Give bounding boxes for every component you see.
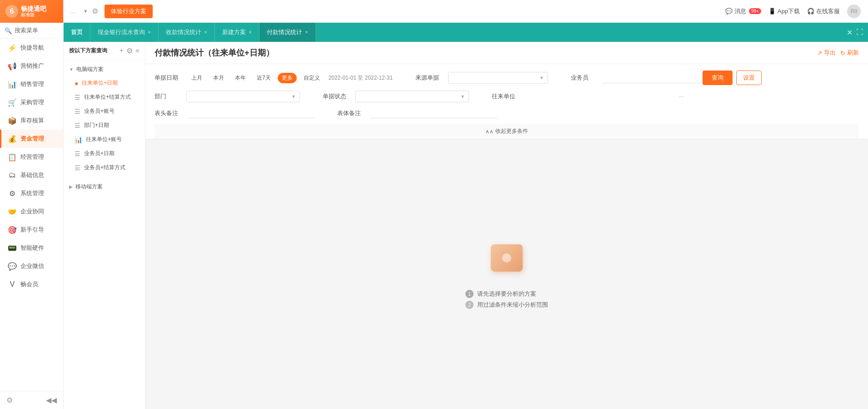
empty-tip-1: 1 请先选择要分析的方案 — [465, 290, 536, 298]
sidebar-icon-hardware: 📟 — [8, 243, 17, 252]
body-remark-input[interactable] — [370, 108, 497, 118]
mobile-section-title[interactable]: ▶ 移动端方案 — [64, 180, 145, 193]
scheme-staff-account[interactable]: ☰ 业务员+账号 — [64, 104, 145, 118]
header-remark-input[interactable] — [187, 108, 314, 118]
tab-receipt[interactable]: 收款情况统计 × — [159, 23, 215, 42]
tab-new-plan-close[interactable]: × — [249, 29, 252, 35]
scheme-partner-date[interactable]: ● 往来单位+日期 — [64, 76, 145, 90]
settings-icon[interactable]: ⚙ — [6, 396, 13, 404]
search-menu[interactable]: 🔍 搜索菜单 — [0, 23, 63, 39]
main-content: ... ▾ ⚙ 体验行业方案 💬 消息 99+ 📱 App下载 🎧 在线客服 R… — [64, 0, 868, 409]
dept-select[interactable]: ▾ — [186, 91, 300, 102]
sidebar-item-enterprise[interactable]: 🤝 企业协同 — [0, 202, 63, 221]
sidebar-icon-operations: 📋 — [8, 152, 17, 162]
scheme-collapse-btn[interactable]: « — [135, 46, 140, 55]
filter-actions: 查询 设置 — [703, 71, 762, 85]
scheme-settings-btn[interactable]: ⚙ — [126, 46, 133, 55]
tab-new-plan[interactable]: 新建方案 × — [215, 23, 259, 42]
content-area: 按以下方案查询 + ⚙ « ▼ 电脑端方案 ● 往来单位+日期 ☰ — [64, 42, 868, 409]
page-header-actions: ↗ 导出 ↻ 刷新 — [817, 49, 859, 57]
partner-label: 往来单位 — [492, 92, 515, 101]
scheme-staff-settlement[interactable]: ☰ 业务员+结算方式 — [64, 161, 145, 175]
tab-bar: 首页 现金银行流水查询 × 收款情况统计 × 新建方案 × 付款情况统计 × ✕… — [64, 23, 868, 42]
scheme-dept-date[interactable]: ☰ 部门+日期 — [64, 118, 145, 132]
scheme-panel: 按以下方案查询 + ⚙ « ▼ 电脑端方案 ● 往来单位+日期 ☰ — [64, 42, 145, 409]
tab-bank-close[interactable]: × — [148, 29, 151, 35]
scheme-header-actions: + ⚙ « — [120, 46, 140, 55]
tab-receipt-close[interactable]: × — [204, 29, 207, 35]
scheme-icon: ☰ — [75, 122, 80, 129]
source-label: 来源单据 — [415, 74, 439, 82]
breadcrumb: ... — [71, 8, 76, 15]
staff-label: 业务员 — [571, 74, 594, 82]
refresh-button[interactable]: ↻ 刷新 — [840, 49, 859, 57]
scheme-partner-account[interactable]: 📊 往来单位+账号 — [64, 132, 145, 146]
scheme-icon: ☰ — [75, 94, 80, 101]
body-remark-label: 表体备注 — [337, 109, 361, 117]
sidebar-label-sales: 销售管理 — [20, 80, 44, 88]
sidebar-item-inventory[interactable]: 📦 库存核算 — [0, 111, 63, 130]
sidebar-item-operations[interactable]: 📋 经营管理 — [0, 148, 63, 166]
sidebar-icon-sales: 📊 — [8, 80, 17, 89]
collapse-sidebar-icon[interactable]: ◀◀ — [46, 396, 57, 404]
sidebar-item-member[interactable]: V 畅会员 — [0, 275, 63, 293]
source-select[interactable]: ▾ — [448, 72, 548, 84]
trial-button[interactable]: 体验行业方案 — [105, 5, 153, 18]
tab-home[interactable]: 首页 — [64, 23, 90, 42]
download-item[interactable]: 📱 App下载 — [768, 7, 800, 15]
filter-settings-button[interactable]: 设置 — [736, 71, 762, 85]
doc-status-select[interactable]: ▾ — [355, 91, 469, 102]
partner-more-icon[interactable]: ··· — [679, 93, 683, 100]
scheme-staff-date[interactable]: ☰ 业务员+日期 — [64, 146, 145, 161]
sidebar-icon-enterprise: 🤝 — [8, 207, 17, 216]
sidebar-item-marketing[interactable]: 📢 营销推广 — [0, 57, 63, 75]
date-btn-custom[interactable]: 自定义 — [299, 73, 324, 83]
sidebar-item-wechat[interactable]: 💬 企业微信 — [0, 257, 63, 275]
scheme-add-btn[interactable]: + — [120, 46, 124, 55]
sidebar-item-purchase[interactable]: 🛒 采购管理 — [0, 93, 63, 111]
sidebar-icon-member: V — [8, 280, 17, 289]
service-item[interactable]: 🎧 在线客服 — [807, 7, 840, 15]
scheme-chart-icon: 📊 — [75, 136, 82, 143]
sidebar-item-newbie[interactable]: 🎯 新手引导 — [0, 221, 63, 239]
sidebar-label-quick-nav: 快捷导航 — [20, 44, 44, 52]
query-button[interactable]: 查询 — [703, 71, 733, 85]
tab-bank[interactable]: 现金银行流水查询 × — [90, 23, 159, 42]
user-avatar[interactable]: Rit — [847, 5, 861, 18]
topbar-right: 💬 消息 99+ 📱 App下载 🎧 在线客服 Rit — [725, 5, 861, 18]
topbar-settings-icon[interactable]: ⚙ — [92, 7, 98, 15]
sidebar-icon-basic: 🗂 — [8, 171, 17, 180]
sidebar-item-quick-nav[interactable]: ⚡ 快捷导航 — [0, 39, 63, 57]
sidebar-item-hardware[interactable]: 📟 智能硬件 — [0, 239, 63, 257]
scheme-partner-settlement[interactable]: ☰ 往来单位+结算方式 — [64, 90, 145, 104]
staff-input[interactable] — [603, 73, 703, 83]
date-btn-this-year[interactable]: 本年 — [231, 73, 250, 83]
date-btn-last-month[interactable]: 上月 — [187, 73, 206, 83]
sidebar-label-member: 畅会员 — [20, 280, 38, 288]
empty-box-icon — [491, 244, 523, 272]
desktop-section-title[interactable]: ▼ 电脑端方案 — [64, 63, 145, 76]
topbar-dropdown-icon[interactable]: ▾ — [84, 8, 87, 15]
date-btn-this-month[interactable]: 本月 — [209, 73, 228, 83]
download-icon: 📱 — [768, 8, 776, 15]
tab-payment-close[interactable]: × — [305, 29, 308, 35]
sidebar-item-system[interactable]: ⚙ 系统管理 — [0, 184, 63, 202]
sidebar-item-capital[interactable]: 💰 资金管理 — [0, 130, 63, 148]
sidebar-item-sales[interactable]: 📊 销售管理 — [0, 75, 63, 93]
close-all-icon[interactable]: ✕ — [847, 28, 853, 37]
collapse-more-btn[interactable]: ∧∧ 收起更多条件 — [155, 124, 859, 139]
filter-row-2: 部门 ▾ 单据状态 ▾ 往来单位 ··· — [155, 91, 859, 102]
sidebar-label-marketing: 营销推广 — [20, 62, 44, 70]
empty-state: 1 请先选择要分析的方案 2 用过滤条件来缩小分析范围 — [145, 139, 868, 409]
date-btn-more[interactable]: 更多 — [278, 73, 297, 83]
empty-icon — [484, 240, 529, 285]
expand-icon[interactable]: ⛶ — [856, 28, 863, 36]
tab-payment[interactable]: 付款情况统计 × — [259, 23, 316, 42]
logo-text: 畅捷通吧 标准版 — [21, 5, 46, 18]
message-icon: 💬 — [725, 8, 733, 15]
message-item[interactable]: 💬 消息 99+ — [725, 7, 761, 15]
sidebar-icon-capital: 💰 — [8, 134, 17, 143]
date-btn-7days[interactable]: 近7天 — [253, 73, 275, 83]
export-button[interactable]: ↗ 导出 — [817, 49, 836, 57]
sidebar-item-basic[interactable]: 🗂 基础信息 — [0, 166, 63, 184]
